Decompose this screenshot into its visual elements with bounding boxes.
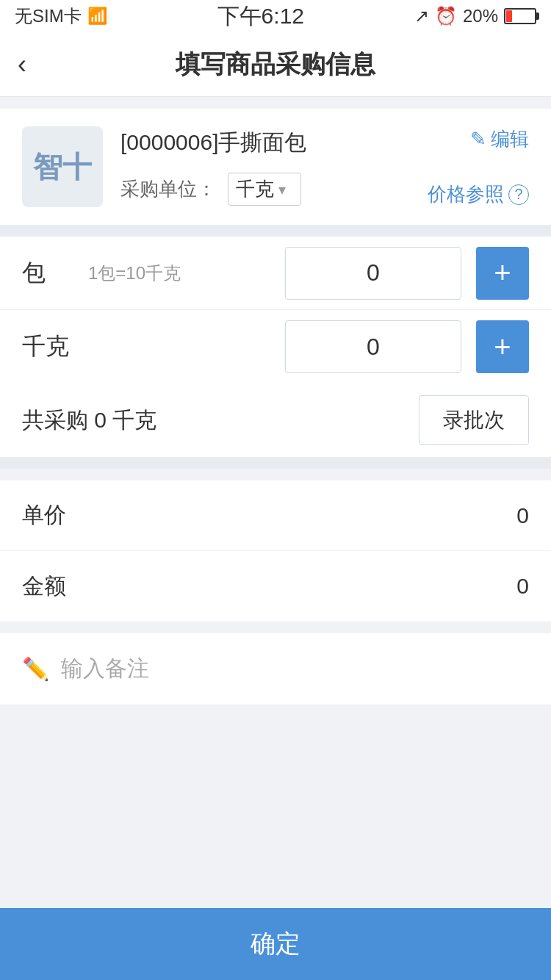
unit-label: 采购单位： xyxy=(120,176,216,202)
kg-input-wrap: 0 + xyxy=(81,320,529,373)
remarks-section[interactable]: ✏️ 输入备注 xyxy=(0,633,551,705)
status-left: 无SIM卡 📶 xyxy=(15,4,107,28)
bag-input[interactable]: 0 xyxy=(285,247,461,300)
status-right: ↗ ⏰ 20% xyxy=(414,6,536,26)
status-bar: 无SIM卡 📶 下午6:12 ↗ ⏰ 20% xyxy=(0,0,551,32)
location-icon: ↗ xyxy=(414,6,429,26)
bag-plus-button[interactable]: + xyxy=(476,247,529,300)
summary-unit: 千克 xyxy=(112,408,156,432)
product-name: [0000006]手撕面包 xyxy=(120,128,529,158)
kg-input-row: 千克 0 + xyxy=(0,310,551,383)
back-button[interactable]: ‹ xyxy=(18,49,26,80)
amount-label: 金额 xyxy=(22,572,66,602)
battery-percent: 20% xyxy=(463,6,498,26)
help-icon: ? xyxy=(508,184,529,205)
price-ref-label: 价格参照 xyxy=(428,181,504,207)
wifi-icon: 📶 xyxy=(87,7,107,26)
edit-button[interactable]: ✎ 编辑 xyxy=(470,126,529,152)
bag-label: 包 xyxy=(22,257,81,289)
summary-label: 共采购 xyxy=(22,408,88,432)
summary-row: 共采购 0 千克 录批次 xyxy=(0,383,551,457)
alarm-icon: ⏰ xyxy=(435,6,457,26)
product-image: 智十 xyxy=(22,126,103,207)
input-section: 包 1包=10千克 0 + 千克 0 + xyxy=(0,237,551,383)
summary-amount: 0 xyxy=(94,408,107,432)
confirm-button[interactable]: 确定 xyxy=(0,908,551,980)
unit-value: 千克 xyxy=(236,176,274,202)
product-card: 智十 [0000006]手撕面包 采购单位： 千克 ▾ ✎ 编辑 价格参照 ? xyxy=(0,109,551,225)
bag-input-wrap: 0 + xyxy=(181,247,529,300)
unit-select[interactable]: 千克 ▾ xyxy=(228,173,301,206)
time-label: 下午6:12 xyxy=(217,1,304,32)
battery-icon xyxy=(504,8,536,24)
bag-sub-label: 1包=10千克 xyxy=(88,262,181,285)
remarks-input[interactable]: 输入备注 xyxy=(61,654,149,684)
carrier-label: 无SIM卡 xyxy=(15,4,82,28)
nav-bar: ‹ 填写商品采购信息 xyxy=(0,32,551,97)
batch-button[interactable]: 录批次 xyxy=(419,395,529,445)
kg-label: 千克 xyxy=(22,331,81,363)
amount-value: 0 xyxy=(516,574,529,599)
bag-input-row: 包 1包=10千克 0 + xyxy=(0,237,551,310)
unit-price-value: 0 xyxy=(516,503,529,528)
kg-plus-button[interactable]: + xyxy=(476,320,529,373)
price-section: 单价 0 金额 0 xyxy=(0,480,551,621)
summary-text: 共采购 0 千克 xyxy=(22,406,156,436)
section-divider-2 xyxy=(0,457,551,469)
price-reference-button[interactable]: 价格参照 ? xyxy=(428,181,529,207)
edit-label: 编辑 xyxy=(491,126,529,152)
chevron-down-icon: ▾ xyxy=(278,181,286,198)
unit-price-label: 单价 xyxy=(22,500,66,530)
kg-input[interactable]: 0 xyxy=(285,320,461,373)
product-logo: 智十 xyxy=(33,147,92,187)
amount-row: 金额 0 xyxy=(0,551,551,621)
section-divider-1 xyxy=(0,225,551,237)
unit-price-row: 单价 0 xyxy=(0,480,551,551)
edit-icon: ✎ xyxy=(470,128,486,151)
pencil-icon: ✏️ xyxy=(22,656,49,682)
page-title: 填写商品采购信息 xyxy=(176,48,375,82)
